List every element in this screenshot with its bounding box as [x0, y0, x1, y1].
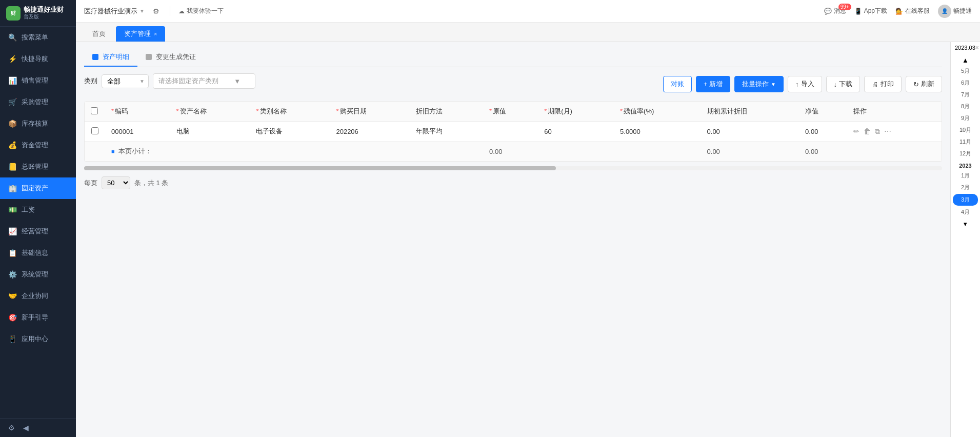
timeline-month-9[interactable]: 9月: [951, 112, 980, 124]
timeline-nav-up[interactable]: ▲: [951, 55, 980, 65]
refresh-button[interactable]: ↻ 刷新: [906, 76, 942, 92]
user-profile[interactable]: 👤 畅捷通: [938, 5, 972, 18]
tab-active-label: 资产管理: [124, 29, 151, 38]
filter-asset-category-dropdown[interactable]: 请选择固定资产类别 ▼: [153, 73, 255, 89]
sidebar-item-system[interactable]: ⚙️ 系统管理: [0, 264, 76, 285]
right-panel-scroll[interactable]: ▲ 5月 6月 7月 8月 9月 10月 11月 12月 2023 1月 2月 …: [951, 53, 980, 437]
td-subtotal-net: 0.00: [799, 142, 847, 162]
scrollbar-thumb[interactable]: [84, 166, 556, 170]
tab-asset-management[interactable]: 资产管理 ×: [116, 26, 165, 42]
timeline-month-8[interactable]: 8月: [951, 101, 980, 112]
td-subtotal-empty-4: [847, 142, 942, 162]
salary-icon: 💵: [8, 206, 16, 214]
timeline-nav-down[interactable]: ▾: [951, 218, 980, 230]
import-button[interactable]: ↑ 导入: [788, 76, 822, 92]
copy-icon[interactable]: ⧉: [875, 127, 880, 136]
topbar-settings-icon[interactable]: ⚙: [151, 5, 162, 17]
th-period: *期限(月): [538, 102, 614, 122]
download-label: 下载: [839, 80, 852, 89]
download-button[interactable]: ↓ 下载: [826, 76, 861, 92]
reconcile-button[interactable]: 对账: [663, 76, 692, 92]
select-all-checkbox[interactable]: [91, 107, 98, 114]
th-original-value: *原值: [483, 102, 538, 122]
settings-bottom-icon[interactable]: ⚙: [8, 424, 15, 432]
sidebar-item-guide[interactable]: 🎯 新手引导: [0, 307, 76, 328]
sidebar-item-apps[interactable]: 📱 应用中心: [0, 328, 76, 350]
tab-home[interactable]: 首页: [84, 26, 114, 42]
timeline-month-2[interactable]: 2月: [951, 182, 980, 193]
td-checkbox: [85, 122, 105, 142]
timeline-month-1[interactable]: 1月: [951, 170, 980, 182]
timeline-month-11[interactable]: 11月: [951, 136, 980, 148]
timeline-month-6[interactable]: 6月: [951, 77, 980, 89]
subtab-detail[interactable]: 资产明细: [84, 48, 137, 67]
sidebar-logo: 财 畅捷通好业财 普及版: [0, 0, 76, 27]
batch-arrow-icon: ▼: [771, 82, 776, 87]
filter-category-select[interactable]: 全部 电子设备 办公设备 机器设备: [102, 74, 149, 88]
subtab-voucher-label: 变更生成凭证: [156, 52, 196, 62]
th-depreciation-method: 折旧方法: [410, 102, 483, 122]
logo-sub: 普及版: [24, 13, 64, 21]
topbar-try-button[interactable]: ☁ 我要体验一下: [178, 7, 224, 15]
td-initial-depreciation: 0.00: [701, 122, 799, 142]
nav-up-icon: ▲: [962, 56, 969, 64]
sidebar-item-sales[interactable]: 📊 销售管理: [0, 70, 76, 91]
quicknav-icon: ⚡: [8, 55, 16, 63]
filter-asset-placeholder: 请选择固定资产类别: [158, 76, 218, 86]
subtab-voucher-icon: [146, 54, 152, 60]
sidebar-collapse-icon[interactable]: ◀: [23, 424, 29, 432]
batch-button[interactable]: 批量操作 ▼: [734, 76, 784, 92]
sidebar-item-management[interactable]: 📈 经营管理: [0, 221, 76, 242]
company-selector[interactable]: 医疗器械行业演示 ▼: [84, 7, 145, 16]
sidebar-item-purchase[interactable]: 🛒 采购管理: [0, 91, 76, 113]
subtab-detail-icon: [92, 54, 98, 60]
message-icon: 💬: [824, 8, 832, 15]
edit-icon[interactable]: ✏: [853, 127, 859, 135]
more-icon[interactable]: ⋯: [884, 127, 891, 135]
sidebar-item-enterprise[interactable]: 🤝 企业协同: [0, 285, 76, 307]
table-row: 000001 电脑 电子设备 202206 年限平均 60 5.0000 0.0…: [85, 122, 942, 142]
sidebar-item-salary[interactable]: 💵 工资: [0, 199, 76, 221]
timeline-month-10[interactable]: 10月: [951, 124, 980, 136]
horizontal-scrollbar[interactable]: [84, 166, 942, 170]
timeline-year-label: 2023: [951, 160, 980, 170]
sidebar-item-label: 资金管理: [22, 141, 48, 150]
sidebar-item-search[interactable]: 🔍 搜索菜单: [0, 27, 76, 48]
row-checkbox[interactable]: [91, 127, 98, 134]
sidebar-item-funds[interactable]: 💰 资金管理: [0, 134, 76, 156]
apps-icon: 📱: [8, 335, 16, 343]
sidebar-item-label: 系统管理: [22, 270, 48, 279]
customer-service-button[interactable]: 💁 在线客服: [895, 7, 930, 15]
th-name: *资产名称: [170, 102, 250, 122]
new-button[interactable]: + 新增: [696, 76, 730, 92]
refresh-icon: ↻: [913, 81, 919, 88]
app-download-button[interactable]: 📱 App下载: [854, 7, 887, 15]
timeline-month-4[interactable]: 4月: [951, 206, 980, 218]
subtab-voucher[interactable]: 变更生成凭证: [137, 48, 204, 67]
th-actions: 操作: [847, 102, 942, 122]
td-subtotal-empty-2: [538, 142, 614, 162]
timeline-current-month[interactable]: 3月: [953, 194, 978, 206]
print-button[interactable]: 🖨 打印: [864, 76, 902, 92]
sidebar-item-quicknav[interactable]: ⚡ 快捷导航: [0, 48, 76, 70]
print-icon: 🖨: [872, 81, 878, 88]
topbar-right: 💬 消息 99+ 📱 App下载 💁 在线客服 👤 畅捷通: [824, 5, 972, 18]
message-button[interactable]: 💬 消息 99+: [824, 7, 846, 15]
sidebar-item-fixed[interactable]: 🏢 固定资产: [0, 177, 76, 199]
sidebar-item-label: 搜索菜单: [22, 33, 48, 42]
td-subtotal-label: ■ 本页小计：: [105, 142, 483, 162]
right-panel-title: 2023.03: [955, 45, 975, 51]
sidebar-item-inventory[interactable]: 📦 库存核算: [0, 113, 76, 134]
guide-icon: 🎯: [8, 313, 16, 322]
per-page-select[interactable]: 10 20 50 100: [102, 176, 130, 189]
timeline-month-5[interactable]: 5月: [951, 65, 980, 77]
th-initial-depreciation: 期初累计折旧: [701, 102, 799, 122]
right-panel-close-icon[interactable]: ×: [975, 44, 979, 51]
delete-icon[interactable]: 🗑: [864, 127, 871, 135]
tab-close-icon[interactable]: ×: [154, 31, 157, 37]
new-label: + 新增: [704, 80, 723, 89]
sidebar-item-ledger[interactable]: 📒 总账管理: [0, 156, 76, 177]
sidebar-item-basic[interactable]: 📋 基础信息: [0, 242, 76, 264]
timeline-month-12[interactable]: 12月: [951, 148, 980, 160]
timeline-month-7[interactable]: 7月: [951, 89, 980, 101]
